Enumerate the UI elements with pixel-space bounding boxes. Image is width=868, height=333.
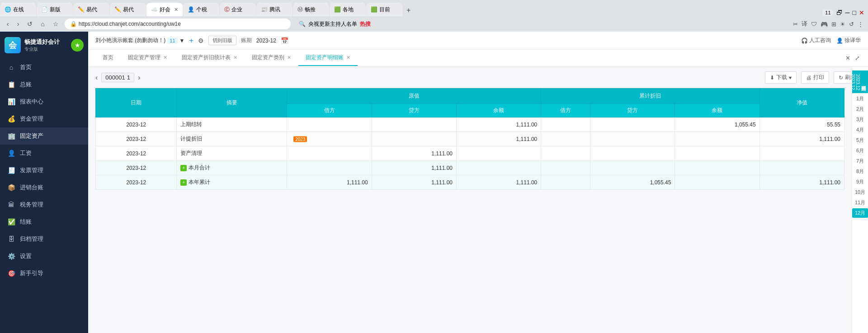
tab-fullscreen-btn[interactable]: ⤢: [854, 54, 861, 62]
scissors-icon[interactable]: ✂: [793, 21, 798, 28]
funds-icon: 💰: [7, 115, 15, 123]
tab-changtu[interactable]: Ⓜ 畅推: [293, 3, 329, 16]
month-item-12[interactable]: 12月: [852, 208, 868, 218]
page-tab-dep-stat-close[interactable]: ✕: [233, 55, 237, 61]
window-maximize-icon[interactable]: □: [853, 9, 856, 16]
company-name: 刘小艳演示账套 (勿删勿动！): [95, 37, 165, 44]
brightness-icon[interactable]: ☀: [840, 21, 845, 28]
row1-yz-debit: [287, 117, 372, 132]
ai-consult-btn[interactable]: 🎧 人工咨询: [801, 37, 831, 44]
summary-icon: +: [180, 165, 187, 171]
window-close-icon[interactable]: ✕: [859, 9, 864, 16]
nav-home-btn[interactable]: ⌂: [38, 19, 47, 28]
gamepad-icon[interactable]: 🎮: [821, 21, 828, 28]
row2-date: 2023-12: [96, 132, 177, 146]
period-next-btn[interactable]: ›: [138, 74, 140, 82]
page-tab-home[interactable]: 首页: [95, 50, 121, 66]
row4-lj-credit: [590, 161, 675, 175]
sidebar-item-archive[interactable]: 🗄 归档管理: [0, 230, 88, 248]
undo-icon[interactable]: ↺: [849, 21, 854, 28]
tab-yidai1[interactable]: ✏️ 易代: [73, 3, 109, 16]
nav-forward-btn[interactable]: ›: [15, 19, 22, 28]
tab-gedi[interactable]: 🟩 各地: [330, 3, 366, 16]
page-tab-depreciation-stat[interactable]: 固定资产折旧统计表 ✕: [175, 50, 245, 66]
window-minimize-icon[interactable]: ─: [845, 9, 850, 16]
page-tab-assets-mgmt-close[interactable]: ✕: [163, 55, 167, 61]
row5-summary: +本年累计: [177, 175, 287, 190]
sidebar-icon-1[interactable]: ★: [71, 39, 84, 52]
print-btn[interactable]: 🖨 打印: [801, 71, 829, 84]
translate-icon[interactable]: 译: [802, 20, 807, 28]
month-item-2[interactable]: 2月: [852, 104, 868, 114]
sidebar-item-salary[interactable]: 👤 工资: [0, 145, 88, 162]
tab-haohui[interactable]: ☁️ 好会 ✕: [146, 3, 183, 16]
month-item-4[interactable]: 4月: [852, 125, 868, 135]
dropdown-icon: ▼: [179, 38, 185, 44]
close-period-icon: ✅: [7, 218, 15, 226]
tab-geshui[interactable]: 👤 个税: [183, 3, 219, 16]
settings-mini-icon[interactable]: ⚙: [198, 37, 204, 44]
nav-refresh-btn[interactable]: ↺: [25, 19, 35, 28]
tab-yidai2[interactable]: ✏️ 易代: [110, 3, 146, 16]
switch-version-btn[interactable]: 切到旧版: [208, 36, 236, 45]
user-avatar-icon: 👤: [836, 38, 843, 44]
page-tab-detail-close[interactable]: ✕: [346, 55, 350, 61]
page-tab-detail-ledger[interactable]: 固定资产明细账 ✕: [298, 50, 358, 66]
tab-online[interactable]: 🌐 在线: [0, 3, 36, 16]
tab-bar: 🌐 在线 📄 新版 ✏️ 易代 ✏️ 易代 ☁️ 好会 ✕ 👤 个税 Ⓒ 企业: [0, 0, 868, 16]
month-item-8[interactable]: 8月: [852, 167, 868, 176]
home-icon: ⌂: [7, 63, 15, 71]
tab-qiye[interactable]: Ⓒ 企业: [220, 3, 256, 16]
sidebar-item-guide[interactable]: 🎯 新手引导: [0, 265, 88, 282]
row1-date: 2023-12: [96, 117, 177, 132]
nav-star-btn[interactable]: ☆: [51, 19, 61, 28]
company-select[interactable]: 刘小艳演示账套 (勿删勿动！) 11 ▼: [95, 37, 184, 44]
new-tab-btn[interactable]: +: [403, 5, 414, 16]
sidebar-item-ledger[interactable]: 📋 总账: [0, 76, 88, 93]
period-prev-btn[interactable]: ‹: [95, 74, 98, 82]
row5-lj-credit: 1,055.45: [590, 175, 675, 190]
download-btn[interactable]: ⬇ 下载 ▾: [765, 71, 797, 84]
month-item-6[interactable]: 6月: [852, 146, 868, 155]
month-item-10[interactable]: 10月: [852, 188, 868, 197]
hot-search-label[interactable]: 热搜: [360, 20, 371, 28]
nav-back-btn[interactable]: ‹: [5, 19, 11, 28]
page-tab-assets-cat-close[interactable]: ✕: [287, 55, 291, 61]
tab-close-haohui[interactable]: ✕: [174, 7, 178, 13]
download-label: 下载: [776, 74, 787, 81]
month-item-7[interactable]: 7月: [852, 156, 868, 166]
calendar-icon[interactable]: 📅: [281, 37, 288, 44]
tab-new[interactable]: 📄 新版: [37, 3, 73, 16]
sidebar-item-settings[interactable]: ⚙️ 设置: [0, 248, 88, 265]
sidebar-item-reports[interactable]: 📊 报表中心: [0, 93, 88, 110]
month-item-9[interactable]: 9月: [852, 177, 868, 187]
period-selector-title[interactable]: 期间选择 2023.12 2023.12: [852, 70, 868, 93]
month-item-5[interactable]: 5月: [852, 136, 868, 145]
tab-close-btn[interactable]: ✕: [844, 54, 851, 62]
download-icon: ⬇: [770, 75, 774, 81]
address-input[interactable]: 🔒 https://cloud.chanjet.com/accounting/u…: [65, 19, 291, 29]
month-item-3[interactable]: 3月: [852, 115, 868, 124]
sidebar-item-close[interactable]: ✅ 结账: [0, 213, 88, 230]
month-item-11[interactable]: 11月: [852, 198, 868, 207]
sidebar-item-assets[interactable]: 🏢 固定资产: [0, 127, 88, 145]
col-header-lj-debit: 借方: [541, 104, 590, 117]
sidebar-item-funds[interactable]: 💰 资金管理: [0, 110, 88, 127]
tab-muqian[interactable]: 🟩 目前: [366, 3, 402, 16]
sidebar-item-invoice[interactable]: 🧾 发票管理: [0, 162, 88, 179]
settings-icon[interactable]: ⋮: [858, 21, 863, 28]
shield-icon[interactable]: 🛡: [811, 21, 817, 28]
user-profile-btn[interactable]: 👤 徐译华: [836, 37, 861, 44]
window-restore-icon[interactable]: 🗗: [836, 9, 843, 16]
row2-lj-credit: [590, 132, 675, 146]
page-tab-assets-mgmt[interactable]: 固定资产管理 ✕: [121, 50, 175, 66]
grid-icon[interactable]: ⊞: [831, 21, 836, 28]
col-header-date: 日期: [96, 89, 177, 117]
month-item-1[interactable]: 1月: [852, 94, 868, 103]
sidebar-item-tax[interactable]: 🏛 税务管理: [0, 196, 88, 213]
page-tab-assets-category[interactable]: 固定资产类别 ✕: [245, 50, 298, 66]
add-btn[interactable]: +: [189, 37, 193, 45]
sidebar-item-home[interactable]: ⌂ 首页: [0, 59, 88, 76]
tab-tengxun[interactable]: 📰 腾讯: [256, 3, 292, 16]
sidebar-item-purchase[interactable]: 📦 进销台账: [0, 179, 88, 196]
